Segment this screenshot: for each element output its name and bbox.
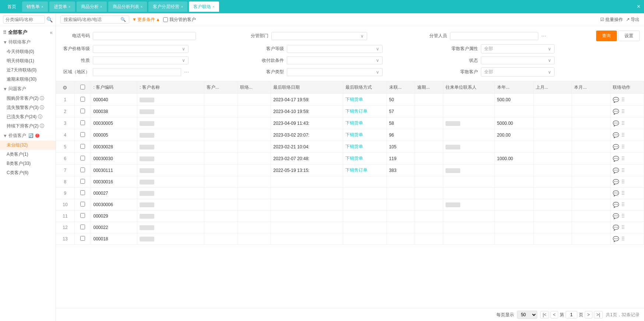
method-link[interactable]: 下销货单 [345, 97, 363, 102]
method-link[interactable]: 下销货单 [345, 120, 363, 126]
tab-purchase-close[interactable]: × [68, 5, 71, 9]
more-conditions-button[interactable]: ▼ 更多条件 ▲ [132, 17, 160, 23]
row-checkbox[interactable] [80, 190, 85, 195]
row-checkbox[interactable] [80, 156, 85, 160]
phone-action-icon[interactable]: 💬 [613, 144, 619, 150]
tab-purchase[interactable]: 进货单 × [49, 1, 75, 12]
tab-goods-analysis-close[interactable]: × [100, 5, 102, 9]
tab-goods-analysis[interactable]: 商品分析 × [77, 1, 107, 12]
phone-action-icon[interactable]: 💬 [613, 225, 619, 230]
sidebar-item-b-class[interactable]: B类客户(33) [0, 159, 56, 168]
sidebar-item-abnormal[interactable]: 囤购异常客户(2) ⓘ [0, 94, 56, 103]
sidebar-item-churn-warn[interactable]: 流失预警客户(3) ⓘ [0, 103, 56, 112]
phone-action-icon[interactable]: 💬 [613, 213, 619, 219]
scatter-select[interactable]: 全部 ∨ [481, 67, 555, 77]
sidebar-group-pending[interactable]: ▼ 待联络客户 [0, 37, 56, 47]
method-link[interactable]: 下销货单 [345, 144, 363, 149]
my-customer-filter[interactable]: 我分管的客户 [163, 17, 196, 23]
customer-tier-select[interactable]: ∨ [287, 45, 383, 53]
query-button[interactable]: 查询 [596, 31, 617, 41]
more-action-icon[interactable]: ⠿ [621, 144, 625, 150]
my-customer-checkbox[interactable] [163, 17, 168, 22]
person-input[interactable] [453, 33, 535, 39]
row-checkbox[interactable] [80, 167, 85, 172]
reset-button[interactable]: 设置 [618, 31, 640, 41]
page-input[interactable] [566, 311, 577, 318]
more-action-icon[interactable]: ⠿ [621, 179, 625, 185]
tab-goods-list-close[interactable]: × [141, 5, 143, 9]
phone-field[interactable] [93, 32, 196, 40]
settings-icon[interactable]: ⚙ [63, 85, 67, 91]
more-action-icon[interactable]: ⠿ [621, 109, 625, 114]
sidebar-item-ungrouped[interactable]: 未分组(32) [0, 141, 56, 150]
more-action-icon[interactable]: ⠿ [621, 97, 625, 103]
prev-page-button[interactable]: < [550, 311, 558, 318]
row-checkbox[interactable] [80, 236, 85, 241]
row-checkbox[interactable] [80, 179, 85, 184]
row-checkbox[interactable] [80, 97, 85, 102]
sidebar-item-tomorrow[interactable]: 明天待联络(1) [0, 56, 56, 66]
person-dots[interactable]: ··· [541, 33, 546, 39]
status-select[interactable]: ∨ [481, 56, 555, 64]
sidebar-group-problem[interactable]: ▼ 问题客户 [0, 84, 56, 94]
method-link[interactable]: 下销货单 [345, 132, 363, 137]
method-link[interactable]: 下销货单 [345, 156, 363, 161]
tab-home[interactable]: 首页 [3, 1, 21, 12]
sidebar-item-overdue[interactable]: 逾期未联络(30) [0, 75, 56, 84]
sidebar-group-value[interactable]: ▼ 价值客户 🔄 ! [0, 131, 56, 141]
more-action-icon[interactable]: ⠿ [621, 236, 625, 242]
region-input[interactable] [96, 70, 178, 75]
sidebar-item-declining[interactable]: 持续下滑客户(2) ⓘ [0, 121, 56, 131]
phone-input[interactable] [96, 33, 193, 39]
nature-select[interactable]: ∨ [93, 56, 189, 64]
scatter-attr-select[interactable]: 全部 ∨ [481, 44, 555, 53]
phone-action-icon[interactable]: 💬 [613, 120, 619, 126]
first-page-button[interactable]: |< [540, 311, 549, 318]
tab-goods-list[interactable]: 商品分析列表 × [108, 1, 147, 12]
phone-action-icon[interactable]: 💬 [613, 97, 619, 103]
sidebar-search-icon[interactable]: 🔍 [46, 17, 53, 22]
method-link[interactable]: 下销售订单 [345, 109, 367, 114]
tab-customer-contact[interactable]: 客户联络 × [189, 1, 219, 12]
export-button[interactable]: ↗ 导出 [626, 17, 640, 23]
more-action-icon[interactable]: ⠿ [621, 120, 625, 126]
search-icon[interactable]: 🔍 [120, 17, 126, 22]
per-page-select[interactable]: 50 100 200 [517, 311, 537, 319]
phone-action-icon[interactable]: 💬 [613, 132, 619, 138]
next-page-button[interactable]: > [585, 311, 592, 318]
more-action-icon[interactable]: ⠿ [621, 190, 625, 196]
more-action-icon[interactable]: ⠿ [621, 213, 625, 219]
phone-action-icon[interactable]: 💬 [613, 167, 619, 173]
batch-op-button[interactable]: ☑ 批量操作 [600, 17, 623, 23]
more-action-icon[interactable]: ⠿ [621, 202, 625, 208]
select-all-checkbox[interactable] [80, 85, 85, 89]
tab-sales-close[interactable]: × [41, 5, 43, 9]
row-checkbox[interactable] [80, 109, 85, 113]
more-action-icon[interactable]: ⠿ [621, 167, 625, 173]
tab-customer-contact-close[interactable]: × [212, 5, 215, 9]
more-action-icon[interactable]: ⠿ [621, 225, 625, 230]
sidebar-item-a-class[interactable]: A类客户(1) [0, 150, 56, 159]
row-checkbox[interactable] [80, 213, 85, 218]
cust-type-select[interactable]: ∨ [287, 68, 383, 76]
sidebar-item-today[interactable]: 今天待联络(0) [0, 47, 56, 56]
tab-customer-tier-close[interactable]: × [181, 5, 183, 9]
more-action-icon[interactable]: ⠿ [621, 156, 625, 162]
more-action-icon[interactable]: ⠿ [621, 132, 625, 138]
sidebar-search-input[interactable] [3, 15, 45, 24]
method-link[interactable]: 下销售订单 [345, 167, 367, 173]
region-dots[interactable]: ··· [184, 69, 189, 75]
row-checkbox[interactable] [80, 120, 85, 125]
person-field[interactable] [450, 32, 538, 40]
price-tier-select[interactable]: ∨ [93, 45, 189, 53]
phone-action-icon[interactable]: 💬 [613, 156, 619, 162]
row-checkbox[interactable] [80, 144, 85, 149]
sidebar-item-churned[interactable]: 已流失客户(24) ⓘ [0, 112, 56, 121]
phone-action-icon[interactable]: 💬 [613, 109, 619, 114]
tab-sales[interactable]: 销售单 × [22, 1, 48, 12]
phone-action-icon[interactable]: 💬 [613, 202, 619, 208]
close-all-button[interactable]: × [637, 3, 640, 10]
region-field[interactable] [93, 68, 181, 76]
search-input[interactable] [64, 17, 119, 22]
phone-action-icon[interactable]: 💬 [613, 236, 619, 242]
